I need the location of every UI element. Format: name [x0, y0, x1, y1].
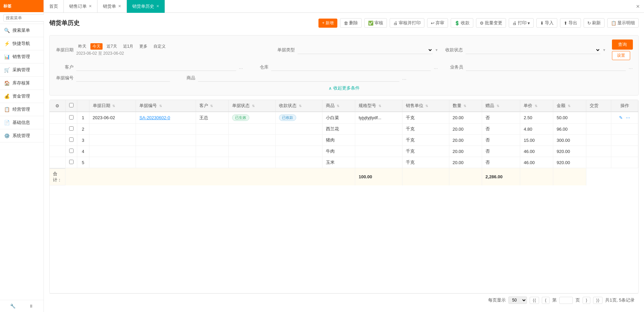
page-number-input[interactable]: 1	[559, 297, 573, 304]
check-column-header[interactable]	[65, 100, 77, 112]
salesperson-picker[interactable]: …	[628, 65, 633, 70]
warehouse-label: 仓库	[250, 64, 269, 70]
doc-date-header[interactable]: 单据日期 ⇅	[89, 100, 136, 112]
add-button[interactable]: + 新增	[318, 19, 337, 28]
batch-change-button[interactable]: ⚙ 批量变更	[476, 18, 506, 28]
amount-header[interactable]: 金额 ⇅	[553, 100, 586, 112]
last-page-btn[interactable]: ⟩⟩	[593, 297, 603, 304]
row-check-0[interactable]	[65, 112, 77, 124]
abandon-icon: ↩	[431, 21, 435, 26]
abandon-button[interactable]: ↩ 弃审	[427, 18, 448, 28]
product-header[interactable]: 商品 ⇅	[322, 100, 355, 112]
salesperson-input[interactable]	[466, 63, 626, 71]
product-input[interactable]	[198, 74, 399, 82]
row-check-2[interactable]	[65, 135, 77, 146]
sidebar-item-finance-mgmt[interactable]: 💰资金管理	[0, 90, 44, 103]
tab-home[interactable]: 首页	[44, 0, 64, 13]
doc-no-input[interactable]	[76, 74, 170, 82]
customer-header[interactable]: 客户 ⇅	[196, 100, 229, 112]
select-all-checkbox[interactable]	[69, 103, 74, 107]
review-button[interactable]: ✅ 审核	[364, 18, 387, 28]
tab-close-sales-order[interactable]: ✕	[89, 4, 92, 8]
unit-header[interactable]: 销售单位 ⇅	[402, 100, 449, 112]
row-doc-no-2[interactable]	[136, 135, 196, 146]
show-detail-button[interactable]: 📋 显示明细	[607, 18, 639, 28]
business-mgmt-icon: 📋	[4, 107, 10, 112]
sidebar-item-business-mgmt[interactable]: 📋经营管理	[0, 103, 44, 116]
delete-icon: 🗑	[344, 21, 348, 26]
row-num-0: 1	[77, 112, 89, 124]
sort-icon: ⇅	[535, 104, 537, 108]
date-today[interactable]: 今天	[90, 43, 103, 50]
export-button[interactable]: ⬆ 导出	[560, 18, 581, 28]
import-button[interactable]: ⬇ 导入	[536, 18, 557, 28]
footer-total-qty: 100.00	[355, 168, 402, 186]
collect-button[interactable]: 💲 收款	[451, 18, 473, 28]
tab-sales-history[interactable]: 销货单历史 ✕	[127, 0, 165, 13]
collect-status-header[interactable]: 收款状态 ⇅	[275, 100, 322, 112]
date-7days[interactable]: 近7天	[105, 43, 119, 50]
row-doc-no-1[interactable]	[136, 124, 196, 135]
date-yesterday[interactable]: 昨天	[76, 43, 88, 50]
edit-icon-0[interactable]: ✎	[619, 115, 623, 120]
date-more[interactable]: 更多	[137, 43, 149, 50]
delete-button[interactable]: 🗑 删除	[340, 18, 362, 28]
tab-sales-order[interactable]: 销售订单 ✕	[64, 0, 97, 13]
row-check-1[interactable]	[65, 124, 77, 135]
customer-picker[interactable]: …	[239, 65, 243, 70]
date-custom[interactable]: 自定义	[151, 43, 168, 50]
price-header[interactable]: 单价 ⇅	[520, 100, 553, 112]
tab-sales-goods[interactable]: 销货单 ✕	[97, 0, 127, 13]
tab-close-sales-history[interactable]: ✕	[156, 4, 159, 8]
print-button[interactable]: 🖨 打印 ▾	[509, 18, 534, 28]
sidebar-item-system-mgmt[interactable]: ⚙️系统管理	[0, 129, 44, 142]
row-check-3[interactable]	[65, 146, 77, 157]
first-page-btn[interactable]: ⟨⟨	[530, 297, 539, 304]
close-all-tabs[interactable]: ✕	[632, 4, 644, 9]
row-doc-no-0[interactable]: SA-20230602-0	[136, 112, 196, 124]
review-print-button[interactable]: 🖨 审核并打印	[390, 18, 424, 28]
row-price-4: 46.00	[520, 157, 553, 168]
collapse-arrow-icon: ∧	[329, 86, 332, 91]
more-icon-0[interactable]: ⋯	[626, 115, 630, 120]
row-amount-1: 96.00	[553, 124, 586, 135]
collect-status-select[interactable]	[466, 46, 600, 54]
next-page-btn[interactable]: ⟩	[583, 297, 590, 304]
row-unit-0: 千克	[402, 112, 449, 124]
gift-header[interactable]: 赠品 ⇅	[482, 100, 520, 112]
doc-no-header[interactable]: 单据编号 ⇅	[136, 100, 196, 112]
sidebar-item-basic-info[interactable]: 📄基础信息	[0, 116, 44, 129]
refresh-button[interactable]: ↻ 刷新	[584, 18, 605, 28]
search-menu-icon: 🔍	[4, 28, 10, 33]
sidebar-bottom-icon2[interactable]: ⏸	[29, 304, 33, 309]
doc-type-select[interactable]	[298, 46, 432, 54]
doc-status-header[interactable]: 单据状态 ⇅	[229, 100, 276, 112]
sidebar-item-search-menu[interactable]: 🔍搜索菜单	[0, 24, 44, 37]
doc-type-field: 单据类型 ▾	[276, 46, 437, 54]
gear-column-header[interactable]: ⚙	[50, 100, 65, 112]
warehouse-input[interactable]	[271, 63, 431, 71]
row-check-4[interactable]	[65, 157, 77, 168]
query-button[interactable]: 查询	[612, 40, 633, 50]
spec-header[interactable]: 规格型号 ⇅	[355, 100, 402, 112]
row-doc-date-1	[89, 124, 136, 135]
tab-close-sales-goods[interactable]: ✕	[118, 4, 121, 8]
sidebar-item-inventory-calc[interactable]: 🏠库存核算	[0, 77, 44, 90]
sidebar-item-quick-nav[interactable]: ⚡快捷导航	[0, 37, 44, 50]
row-doc-no-3[interactable]	[136, 146, 196, 157]
qty-header[interactable]: 数量 ⇅	[449, 100, 482, 112]
row-doc-no-4[interactable]	[136, 157, 196, 168]
row-doc-status-2	[229, 135, 276, 146]
warehouse-picker[interactable]: …	[433, 65, 438, 70]
sidebar-bottom-icon1[interactable]: 🔧	[10, 304, 16, 309]
customer-input[interactable]	[76, 63, 236, 71]
date-1month[interactable]: 近1月	[121, 43, 136, 50]
per-page-select[interactable]: 50 100 200	[508, 296, 527, 304]
date-range-display: 2023-06-02 至 2023-06-02	[76, 51, 168, 56]
product-picker[interactable]: …	[402, 76, 407, 81]
filter-settings-button[interactable]: 设置	[612, 51, 630, 60]
sidebar-item-purchase-mgmt[interactable]: 🛒采购管理	[0, 63, 44, 77]
sidebar-item-sales-mgmt[interactable]: 📊销售管理	[0, 50, 44, 63]
prev-page-btn[interactable]: ⟨	[542, 297, 550, 304]
collapse-filter-btn[interactable]: ∧ 收起更多条件	[55, 85, 633, 91]
